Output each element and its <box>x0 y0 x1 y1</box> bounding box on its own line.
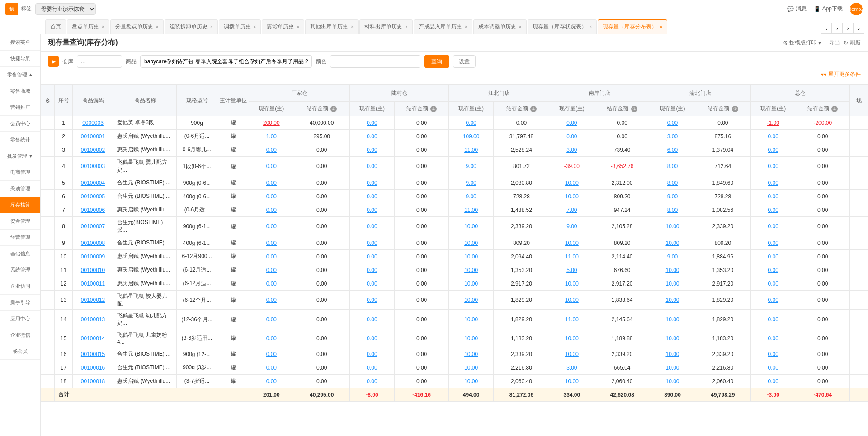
cell-nanan-qty[interactable]: 11.00 <box>549 310 594 329</box>
warehouse-input[interactable] <box>77 55 122 68</box>
cell-factory-qty[interactable]: 0.00 <box>249 203 294 217</box>
cell-yubei-qty[interactable]: 8.00 <box>650 203 695 217</box>
sidebar-item-operation[interactable]: 经营管理 <box>0 230 40 246</box>
cell-lucun-qty[interactable]: 0.00 <box>349 143 395 157</box>
sidebar-item-base[interactable]: 基础信息 <box>0 246 40 262</box>
cell-factory-qty[interactable]: 0.00 <box>249 190 294 203</box>
col-settings[interactable]: ⚙ <box>41 85 55 116</box>
cell-total-qty[interactable]: 0.00 <box>750 190 796 203</box>
cell-factory-qty[interactable]: 0.00 <box>249 236 294 250</box>
cell-factory-qty[interactable]: 0.00 <box>249 217 294 236</box>
cell-lucun-qty[interactable]: 0.00 <box>349 217 395 236</box>
expand-more-btn[interactable]: ▾▾ 展开更多条件 <box>821 70 861 78</box>
cell-nanan-qty[interactable]: 10.00 <box>549 375 594 388</box>
sidebar-item-search[interactable]: 搜索英单 <box>0 34 40 51</box>
settings-btn[interactable]: 设置 <box>453 55 476 68</box>
cell-factory-qty[interactable]: 0.00 <box>249 176 294 190</box>
print-btn[interactable]: 🖨 按模版打印 ▾ <box>782 39 821 47</box>
cell-factory-qty[interactable]: 0.00 <box>249 310 294 329</box>
cell-jiangbei-qty[interactable]: 10.00 <box>448 375 494 388</box>
cell-nanan-qty[interactable]: 3.00 <box>549 143 594 157</box>
cell-nanan-qty[interactable]: 10.00 <box>549 347 594 361</box>
cell-jiangbei-qty[interactable]: 10.00 <box>448 291 494 310</box>
cell-total-qty[interactable]: 0.00 <box>750 375 796 388</box>
tab-home[interactable]: 首页 <box>45 19 66 34</box>
cell-total-qty[interactable]: 0.00 <box>750 291 796 310</box>
cell-yubei-qty[interactable]: 8.00 <box>650 176 695 190</box>
tab-prev-btn[interactable]: ‹ <box>821 23 832 34</box>
cell-lucun-qty[interactable]: 0.00 <box>349 236 395 250</box>
tab-next-btn[interactable]: › <box>832 23 843 34</box>
sidebar-item-retail[interactable]: 零售管理 ▲ <box>0 67 40 83</box>
cell-jiangbei-qty[interactable]: 10.00 <box>448 263 494 277</box>
cell-factory-qty[interactable]: 0.00 <box>249 263 294 277</box>
cell-lucun-qty[interactable]: 0.00 <box>349 250 395 263</box>
company-dropdown[interactable]: 母婴行业演示陈套 <box>35 3 96 15</box>
cell-yubei-qty[interactable]: 10.00 <box>650 217 695 236</box>
cell-yubei-qty[interactable]: 3.00 <box>650 130 695 143</box>
cell-nanan-qty[interactable]: 0.00 <box>549 116 594 130</box>
cell-factory-qty[interactable]: 0.00 <box>249 375 294 388</box>
cell-nanan-qty[interactable]: 0.00 <box>549 130 594 143</box>
tab-fenliang[interactable]: 分量盘点单历史 × <box>110 19 164 34</box>
cell-lucun-qty[interactable]: 0.00 <box>349 277 395 291</box>
cell-factory-qty[interactable]: 200.00 <box>249 116 294 130</box>
color-input[interactable] <box>330 55 420 68</box>
cell-total-qty[interactable]: 0.00 <box>750 143 796 157</box>
cell-factory-qty[interactable]: 0.00 <box>249 329 294 347</box>
cell-yubei-qty[interactable]: 10.00 <box>650 329 695 347</box>
cell-yubei-qty[interactable]: 6.00 <box>650 143 695 157</box>
cell-lucun-qty[interactable]: 0.00 <box>349 310 395 329</box>
cell-total-qty[interactable]: 0.00 <box>750 347 796 361</box>
tab-ccrk[interactable]: 产成品入库单历史 × <box>414 19 472 34</box>
cell-lucun-qty[interactable]: 0.00 <box>349 130 395 143</box>
sidebar-item-member[interactable]: 会员中心 <box>0 116 40 132</box>
cell-yubei-qty[interactable]: 10.00 <box>650 263 695 277</box>
cell-jiangbei-qty[interactable]: 10.00 <box>448 361 494 375</box>
sidebar-item-apps[interactable]: 应用中心 <box>0 311 40 327</box>
cell-factory-qty[interactable]: 1.00 <box>249 130 294 143</box>
cell-lucun-qty[interactable]: 0.00 <box>349 263 395 277</box>
cell-total-qty[interactable]: 0.00 <box>750 250 796 263</box>
cell-yubei-qty[interactable]: 10.00 <box>650 347 695 361</box>
filter-expand-arrow[interactable]: ▶ <box>48 56 59 67</box>
cell-yubei-qty[interactable]: 10.00 <box>650 361 695 375</box>
cell-lucun-qty[interactable]: 0.00 <box>349 361 395 375</box>
cell-lucun-qty[interactable]: 0.00 <box>349 375 395 388</box>
cell-jiangbei-qty[interactable]: 109.00 <box>448 130 494 143</box>
cell-nanan-qty[interactable]: 9.00 <box>549 217 594 236</box>
sidebar-item-wholesale[interactable]: 批发管理 ▼ <box>0 148 40 164</box>
cell-jiangbei-qty[interactable]: 9.00 <box>448 157 494 176</box>
cell-jiangbei-qty[interactable]: 10.00 <box>448 250 494 263</box>
sidebar-item-finance[interactable]: 资金管理 <box>0 213 40 230</box>
cell-yubei-qty[interactable]: 10.00 <box>650 310 695 329</box>
sidebar-item-purchase[interactable]: 采购管理 <box>0 181 40 197</box>
query-btn[interactable]: 查询 <box>424 55 449 68</box>
cell-yubei-qty[interactable]: 10.00 <box>650 375 695 388</box>
cell-total-qty[interactable]: 0.00 <box>750 310 796 329</box>
cell-yubei-qty[interactable]: 10.00 <box>650 277 695 291</box>
cell-nanan-qty[interactable]: 10.00 <box>549 277 594 291</box>
tab-kczt[interactable]: 现存量（库存状况表） × <box>528 19 597 34</box>
cell-nanan-qty[interactable]: 10.00 <box>549 236 594 250</box>
cell-factory-qty[interactable]: 0.00 <box>249 250 294 263</box>
cell-factory-qty[interactable]: 0.00 <box>249 291 294 310</box>
cell-jiangbei-qty[interactable]: 11.00 <box>448 203 494 217</box>
cell-jiangbei-qty[interactable]: 9.00 <box>448 176 494 190</box>
tab-kcfb[interactable]: 现存量（库存分布表） × <box>598 19 667 34</box>
cell-total-qty[interactable]: 0.00 <box>750 329 796 347</box>
cell-total-qty[interactable]: 0.00 <box>750 157 796 176</box>
cell-factory-qty[interactable]: 0.00 <box>249 361 294 375</box>
sidebar-item-nav[interactable]: 快捷导航 <box>0 51 40 67</box>
goods-input[interactable] <box>140 55 312 68</box>
sidebar-item-system[interactable]: 系统管理 <box>0 262 40 278</box>
cell-jiangbei-qty[interactable]: 10.00 <box>448 347 494 361</box>
cell-lucun-qty[interactable]: 0.00 <box>349 190 395 203</box>
cell-factory-qty[interactable]: 0.00 <box>249 143 294 157</box>
cell-total-qty[interactable]: 0.00 <box>750 263 796 277</box>
sidebar-item-mall[interactable]: 零售商城 <box>0 83 40 99</box>
tab-qtck[interactable]: 其他出库单历史 × <box>305 19 359 34</box>
cell-total-qty[interactable]: 0.00 <box>750 236 796 250</box>
sidebar-item-inventory[interactable]: 库存核算 <box>0 197 40 213</box>
cell-nanan-qty[interactable]: 7.00 <box>549 203 594 217</box>
